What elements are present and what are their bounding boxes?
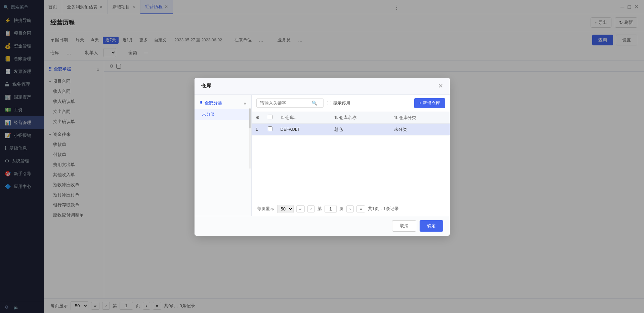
modal-first-page-btn[interactable]: « xyxy=(296,205,305,212)
modal-jump-label: 第 xyxy=(317,206,322,212)
warehouse-modal: 仓库 ✕ ⠿ 全部分类 « 未分类 xyxy=(195,78,450,236)
modal-search-container: 🔍 xyxy=(256,99,324,108)
modal-prev-page-btn[interactable]: ‹ xyxy=(307,205,315,212)
modal-close-button[interactable]: ✕ xyxy=(438,82,443,90)
th-warehouse-category: ⇅ 仓库分类 xyxy=(390,112,450,124)
row-checkbox[interactable] xyxy=(264,123,276,135)
modal-total-label: 共1页，1条记录 xyxy=(368,206,399,212)
th-settings[interactable]: ⚙ xyxy=(252,112,264,124)
table-settings-icon[interactable]: ⚙ xyxy=(256,115,260,120)
th-warehouse-name: ⇅ 仓库名称 xyxy=(330,112,390,124)
modal-search-input[interactable] xyxy=(260,101,310,106)
modal-tree-item-unclassified[interactable]: 未分类 xyxy=(195,109,251,120)
modal-page-input[interactable] xyxy=(325,205,337,213)
modal-select-all[interactable] xyxy=(268,115,272,119)
modal-page-label: 页 xyxy=(339,206,344,212)
modal-content-area: 🔍 显示停用 + 新增仓库 ⚙ xyxy=(252,95,450,216)
modal-header: 仓库 ✕ xyxy=(195,78,450,95)
show-disabled-text: 显示停用 xyxy=(333,100,350,106)
modal-overlay: 仓库 ✕ ⠿ 全部分类 « 未分类 xyxy=(0,0,644,313)
show-disabled-checkbox[interactable] xyxy=(327,101,331,105)
modal-footer: 取消 确定 xyxy=(195,216,450,236)
row-select-checkbox[interactable] xyxy=(268,126,272,131)
modal-title: 仓库 xyxy=(201,83,211,89)
row-index: 1 xyxy=(252,123,264,135)
modal-toolbar: 🔍 显示停用 + 新增仓库 xyxy=(252,95,450,112)
show-disabled-label[interactable]: 显示停用 xyxy=(327,100,350,106)
table-row[interactable]: 1 DEFAULT 总仓 未分类 xyxy=(252,123,450,135)
th-checkbox[interactable] xyxy=(264,112,276,124)
modal-tree: ⠿ 全部分类 « 未分类 xyxy=(195,95,252,216)
add-warehouse-button[interactable]: + 新增仓库 xyxy=(414,98,445,108)
modal-pagination: 每页显示 50 « ‹ 第 页 › » 共1页，1条记录 xyxy=(252,202,450,216)
tree-grid-icon: ⠿ xyxy=(199,101,203,106)
modal-tree-all[interactable]: ⠿ 全部分类 « xyxy=(195,97,251,109)
row-category: 未分类 xyxy=(390,123,450,135)
modal-per-page-select[interactable]: 50 xyxy=(277,205,294,213)
modal-table-wrap: ⚙ ⇅ 仓库... ⇅ 仓库名称 xyxy=(252,112,450,202)
modal-per-page-label: 每页显示 xyxy=(257,206,274,212)
modal-last-page-btn[interactable]: » xyxy=(356,205,365,212)
confirm-button[interactable]: 确定 xyxy=(420,220,443,232)
modal-search-icon[interactable]: 🔍 xyxy=(312,101,317,106)
modal-next-page-btn[interactable]: › xyxy=(346,205,354,212)
modal-tree-all-label: 全部分类 xyxy=(205,100,222,106)
cancel-button[interactable]: 取消 xyxy=(392,220,416,232)
row-name: 总仓 xyxy=(330,123,390,135)
modal-table: ⚙ ⇅ 仓库... ⇅ 仓库名称 xyxy=(252,112,450,135)
row-code: DEFAULT xyxy=(276,123,330,135)
modal-body: ⠿ 全部分类 « 未分类 🔍 xyxy=(195,95,450,216)
modal-tree-collapse[interactable]: « xyxy=(244,101,247,106)
th-warehouse-code: ⇅ 仓库... xyxy=(276,112,330,124)
